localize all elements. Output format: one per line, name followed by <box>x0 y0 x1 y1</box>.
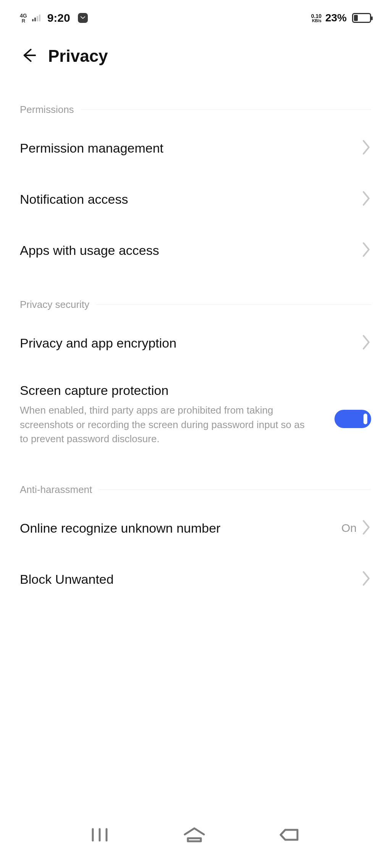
row-notification-access[interactable]: Notification access <box>0 174 391 225</box>
row-label: Apps with usage access <box>20 243 159 258</box>
chevron-right-icon <box>362 334 371 352</box>
row-apps-usage-access[interactable]: Apps with usage access <box>0 225 391 276</box>
divider <box>99 490 371 490</box>
chevron-right-icon <box>362 139 371 157</box>
back-nav-button[interactable] <box>278 826 302 845</box>
home-button[interactable] <box>181 826 208 845</box>
section-label: Anti-harassment <box>20 484 92 496</box>
battery-percentage: 23% <box>325 12 347 24</box>
row-screen-capture-protection: Screen capture protection When enabled, … <box>0 369 391 461</box>
toggle-knob <box>364 414 367 424</box>
section-label: Permissions <box>20 104 74 116</box>
page-header: Privacy <box>0 27 391 81</box>
data-speed-value: 0.10 <box>311 13 322 19</box>
chevron-right-icon <box>362 190 371 208</box>
status-right: 0.10 KB/s 23% <box>311 12 371 24</box>
section-label: Privacy security <box>20 299 89 311</box>
status-left: 4G R 9:20 <box>20 11 88 24</box>
network-indicator: 4G R <box>20 13 27 23</box>
section-header-permissions: Permissions <box>0 81 391 122</box>
signal-bars-icon <box>32 14 40 21</box>
back-button[interactable] <box>20 47 37 66</box>
recents-button[interactable] <box>89 827 110 844</box>
row-description: When enabled, third party apps are prohi… <box>20 403 310 446</box>
row-label: Online recognize unknown number <box>20 521 220 536</box>
network-type: 4G <box>20 13 27 18</box>
data-speed-unit: KB/s <box>312 19 322 23</box>
divider <box>96 304 371 305</box>
screen-capture-toggle[interactable] <box>334 410 371 428</box>
row-privacy-app-encryption[interactable]: Privacy and app encryption <box>0 317 391 369</box>
row-label: Permission management <box>20 141 163 156</box>
chevron-right-icon <box>362 570 371 588</box>
row-label: Notification access <box>20 192 128 207</box>
page-title: Privacy <box>48 47 108 66</box>
row-online-recognize-unknown[interactable]: Online recognize unknown number On <box>0 502 391 554</box>
row-label: Privacy and app encryption <box>20 336 176 351</box>
row-permission-management[interactable]: Permission management <box>0 122 391 174</box>
chevron-right-icon <box>362 242 371 259</box>
notification-badge-icon <box>78 13 88 23</box>
section-header-anti-harassment: Anti-harassment <box>0 461 391 502</box>
system-navbar <box>0 815 391 868</box>
roaming-indicator: R <box>22 18 25 23</box>
row-label: Screen capture protection <box>20 383 310 398</box>
clock: 9:20 <box>47 11 70 24</box>
divider <box>81 110 371 110</box>
row-label: Block Unwanted <box>20 572 114 587</box>
row-block-unwanted[interactable]: Block Unwanted <box>0 554 391 605</box>
row-value: On <box>341 522 357 535</box>
status-bar: 4G R 9:20 0.10 KB/s 23% <box>0 0 391 27</box>
battery-icon <box>352 13 371 23</box>
section-header-privacy-security: Privacy security <box>0 276 391 317</box>
chevron-right-icon <box>362 519 371 537</box>
data-speed-indicator: 0.10 KB/s <box>311 13 322 23</box>
